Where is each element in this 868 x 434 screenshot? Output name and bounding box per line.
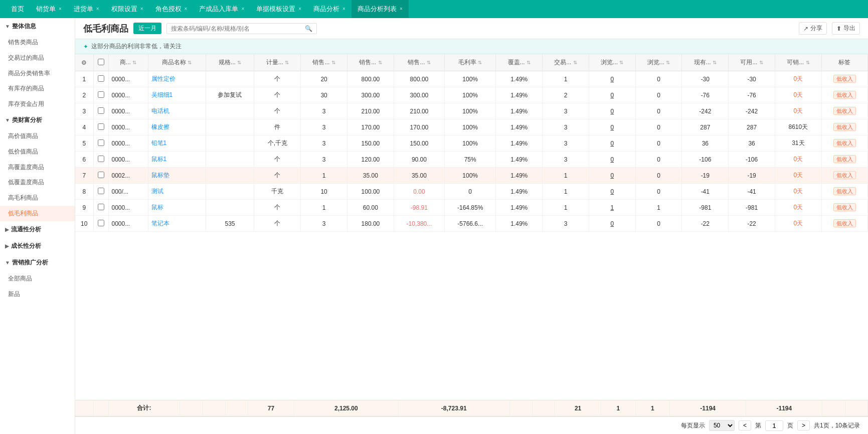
row-view1[interactable]: 1 — [589, 200, 635, 216]
export-button[interactable]: ⬆ 导出 — [832, 22, 860, 35]
row-name[interactable]: 鼠标 — [148, 200, 206, 216]
sidebar-item-high-coverage[interactable]: 高覆盖度商品 — [0, 160, 75, 175]
row-name[interactable]: 电话机 — [148, 103, 206, 119]
nav-sales[interactable]: 销货单 × — [30, 0, 68, 18]
row-view1[interactable]: 0 — [589, 103, 635, 119]
sidebar-item-low-margin[interactable]: 低毛利商品 — [0, 206, 75, 221]
col-name-header[interactable]: 商品名称 ⇅ — [148, 54, 206, 71]
row-name[interactable]: 鼠标垫 — [148, 168, 206, 184]
col-trade-header[interactable]: 交易... ⇅ — [543, 54, 589, 71]
col-settings[interactable]: ⚙ — [75, 54, 93, 71]
row-select-checkbox[interactable] — [98, 220, 104, 226]
nav-home[interactable]: 首页 — [5, 0, 30, 18]
col-view1-header[interactable]: 浏览... ⇅ — [589, 54, 635, 71]
nav-role-close[interactable]: × — [185, 0, 188, 18]
nav-purchase[interactable]: 进货单 × — [68, 0, 105, 18]
row-name[interactable]: 测试 — [148, 184, 206, 200]
row-checkbox[interactable] — [93, 200, 108, 216]
nav-permission[interactable]: 权限设置 × — [105, 0, 149, 18]
row-checkbox[interactable] — [93, 119, 108, 135]
row-select-checkbox[interactable] — [98, 75, 104, 82]
sidebar-item-new-goods[interactable]: 新品 — [0, 286, 75, 302]
row-view1[interactable]: 0 — [589, 135, 635, 152]
period-button[interactable]: 近一月 — [133, 23, 161, 34]
row-checkbox[interactable] — [93, 168, 108, 184]
row-name[interactable]: 铅笔1 — [148, 135, 206, 152]
row-name[interactable]: 笔记本 — [148, 216, 206, 232]
prev-page-btn[interactable]: < — [739, 420, 751, 430]
row-checkbox[interactable] — [93, 184, 108, 200]
row-select-checkbox[interactable] — [98, 91, 104, 98]
row-view1[interactable]: 0 — [589, 216, 635, 232]
search-input[interactable] — [171, 25, 305, 32]
row-checkbox[interactable] — [93, 216, 108, 232]
row-name[interactable]: 属性定价 — [148, 71, 206, 87]
row-select-checkbox[interactable] — [98, 156, 104, 162]
nav-goods-analysis[interactable]: 商品分析 × — [307, 0, 352, 18]
nav-template[interactable]: 单据模板设置 × — [250, 0, 307, 18]
row-checkbox[interactable] — [93, 103, 108, 119]
nav-goods-analysis-close[interactable]: × — [342, 0, 345, 18]
row-view1[interactable]: 0 — [589, 168, 635, 184]
sidebar-item-category-sales-rate[interactable]: 商品分类销售率 — [0, 66, 75, 81]
nav-product-entry-close[interactable]: × — [241, 0, 244, 18]
nav-purchase-close[interactable]: × — [96, 0, 99, 18]
select-all-checkbox[interactable] — [98, 59, 104, 65]
sidebar-item-low-value[interactable]: 低价值商品 — [0, 144, 75, 160]
sidebar-item-inventory-capital[interactable]: 库存资金占用 — [0, 96, 75, 112]
nav-role[interactable]: 角色授权 × — [149, 0, 194, 18]
row-name[interactable]: 橡皮擦 — [148, 119, 206, 135]
col-coverage-header[interactable]: 覆盖... ⇅ — [496, 54, 543, 71]
row-checkbox[interactable] — [93, 87, 108, 103]
row-view1[interactable]: 0 — [589, 87, 635, 103]
col-sales-qty-header[interactable]: 销售... ⇅ — [301, 54, 348, 71]
col-view2-header[interactable]: 浏览... ⇅ — [635, 54, 682, 71]
row-view1[interactable]: 0 — [589, 184, 635, 200]
share-button[interactable]: ↗ 分享 — [799, 22, 827, 35]
row-view1[interactable]: 0 — [589, 152, 635, 168]
row-select-checkbox[interactable] — [98, 123, 104, 130]
row-checkbox[interactable] — [93, 135, 108, 152]
row-view1[interactable]: 0 — [589, 119, 635, 135]
sidebar-item-stocked-goods[interactable]: 有库存的商品 — [0, 81, 75, 96]
col-sales-profit-header[interactable]: 销售... ⇅ — [394, 54, 444, 71]
next-page-btn[interactable]: > — [797, 420, 810, 430]
col-unit-header[interactable]: 计量... ⇅ — [254, 54, 301, 71]
row-checkbox[interactable] — [93, 71, 108, 87]
nav-template-close[interactable]: × — [298, 0, 301, 18]
sidebar-item-all-goods[interactable]: 全部商品 — [0, 271, 75, 286]
row-select-checkbox[interactable] — [98, 172, 104, 178]
sidebar-group-circulation[interactable]: ▶ 流通性分析 — [0, 221, 75, 238]
nav-sales-close[interactable]: × — [59, 0, 62, 18]
nav-goods-analysis-list[interactable]: 商品分析列表 × — [352, 0, 409, 18]
page-size-select[interactable]: 50 100 200 — [709, 420, 735, 431]
nav-permission-close[interactable]: × — [140, 0, 143, 18]
col-sellable-header[interactable]: 可销... ⇅ — [775, 54, 821, 71]
col-tag-header[interactable]: 标签 — [821, 54, 867, 71]
row-select-checkbox[interactable] — [98, 107, 104, 114]
nav-goods-analysis-list-close[interactable]: × — [400, 0, 403, 18]
sidebar-group-marketing[interactable]: ▼ 营销推广分析 — [0, 254, 75, 271]
col-checkbox-header[interactable] — [93, 54, 108, 71]
row-view1[interactable]: 0 — [589, 71, 635, 87]
col-available-header[interactable]: 可用... ⇅ — [729, 54, 775, 71]
row-name[interactable]: 吴细细1 — [148, 87, 206, 103]
row-checkbox[interactable] — [93, 152, 108, 168]
sidebar-group-wealth[interactable]: ▼ 类财富分析 — [0, 112, 75, 128]
sidebar-item-low-coverage[interactable]: 低覆盖度商品 — [0, 175, 75, 190]
col-code-header[interactable]: 商... ⇅ — [108, 54, 148, 71]
row-select-checkbox[interactable] — [98, 188, 104, 194]
sidebar-item-high-margin[interactable]: 高毛利商品 — [0, 190, 75, 206]
sidebar-item-sales-goods[interactable]: 销售类商品 — [0, 35, 75, 50]
row-select-checkbox[interactable] — [98, 204, 104, 210]
col-current-stock-header[interactable]: 现有... ⇅ — [682, 54, 729, 71]
search-icon[interactable]: 🔍 — [305, 25, 312, 32]
nav-product-entry[interactable]: 产成品入库单 × — [193, 0, 250, 18]
sidebar-group-growth[interactable]: ▶ 成长性分析 — [0, 238, 75, 254]
col-spec-header[interactable]: 规格... ⇅ — [206, 54, 254, 71]
row-name[interactable]: 鼠标1 — [148, 152, 206, 168]
page-input[interactable] — [765, 420, 783, 431]
col-sales-price-header[interactable]: 销售... ⇅ — [348, 54, 394, 71]
sidebar-group-overall[interactable]: ▼ 整体信息 — [0, 18, 75, 35]
sidebar-item-high-value[interactable]: 高价值商品 — [0, 128, 75, 144]
